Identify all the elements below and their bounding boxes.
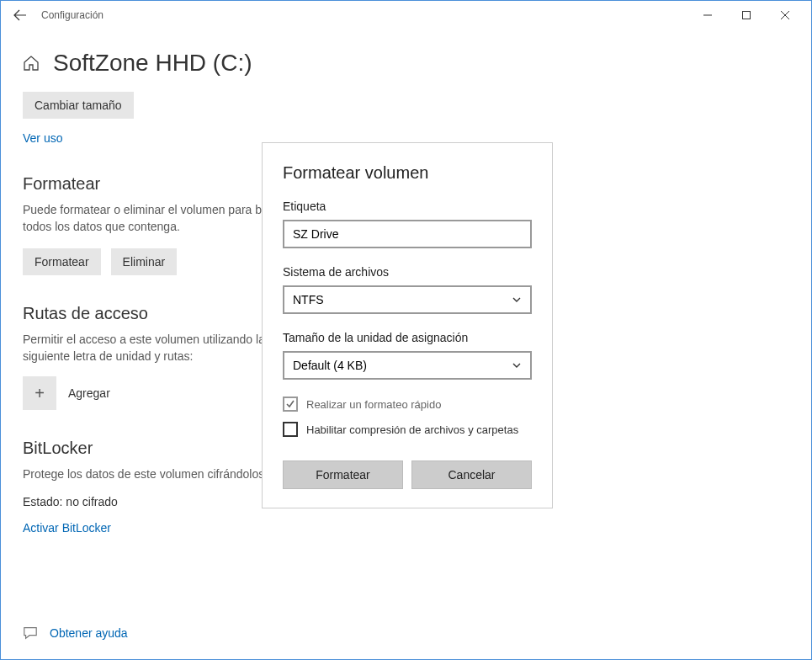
usage-link[interactable]: Ver uso <box>23 131 62 145</box>
help-link-label: Obtener ayuda <box>50 626 128 640</box>
close-button[interactable] <box>766 3 804 28</box>
allocation-value: Default (4 KB) <box>293 359 367 372</box>
delete-button[interactable]: Eliminar <box>111 248 178 275</box>
dialog-title: Formatear volumen <box>283 163 532 183</box>
close-icon <box>781 11 789 19</box>
minimize-icon <box>703 11 712 19</box>
plus-icon: + <box>34 384 45 403</box>
label-input[interactable] <box>283 220 532 248</box>
filesystem-value: NTFS <box>293 293 324 306</box>
titlebar: Configuración <box>1 1 811 29</box>
home-icon[interactable] <box>23 55 40 72</box>
resize-button[interactable]: Cambiar tamaño <box>23 92 134 119</box>
chevron-down-icon <box>512 360 522 370</box>
allocation-label: Tamaño de la unidad de asignación <box>283 331 532 344</box>
chevron-down-icon <box>512 295 522 305</box>
chat-help-icon <box>23 625 38 641</box>
filesystem-select[interactable]: NTFS <box>283 285 532 314</box>
maximize-icon <box>742 11 751 19</box>
format-volume-dialog: Formatear volumen Etiqueta Sistema de ar… <box>262 142 553 508</box>
help-link[interactable]: Obtener ayuda <box>23 625 128 641</box>
add-path-button[interactable]: + <box>23 376 56 410</box>
svg-rect-0 <box>743 12 751 19</box>
label-field-label: Etiqueta <box>283 200 532 213</box>
add-path-label: Agregar <box>68 386 110 400</box>
dialog-format-button[interactable]: Formatear <box>283 460 403 489</box>
activate-bitlocker-link[interactable]: Activar BitLocker <box>23 521 111 535</box>
compression-checkbox[interactable] <box>283 422 298 437</box>
quick-format-checkbox[interactable] <box>283 397 298 412</box>
maximize-button[interactable] <box>727 3 766 28</box>
dialog-cancel-button[interactable]: Cancelar <box>411 460 532 489</box>
quick-format-label: Realizar un formateo rápido <box>306 398 441 411</box>
window-title: Configuración <box>41 9 103 21</box>
back-button[interactable] <box>8 3 33 28</box>
compression-label: Habilitar compresión de archivos y carpe… <box>306 423 518 436</box>
page-title: SoftZone HHD (C:) <box>53 50 252 77</box>
filesystem-label: Sistema de archivos <box>283 265 532 279</box>
minimize-button[interactable] <box>688 3 727 28</box>
format-button[interactable]: Formatear <box>23 248 101 275</box>
allocation-select[interactable]: Default (4 KB) <box>283 351 532 380</box>
arrow-left-icon <box>13 8 27 22</box>
check-icon <box>285 399 295 409</box>
